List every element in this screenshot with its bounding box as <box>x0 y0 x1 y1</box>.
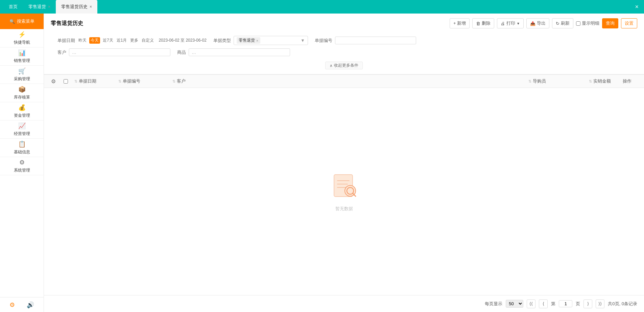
empty-state-text: 暂无数据 <box>335 206 353 212</box>
doc-type-tag-value: 零售退货 <box>239 38 255 43</box>
empty-state-illustration <box>327 171 361 202</box>
show-detail-checkbox-label[interactable]: 显示明细 <box>576 20 599 26</box>
goods-select[interactable]: … <box>189 48 290 56</box>
doc-number-filter: 单据编号 <box>315 37 416 44</box>
doc-type-filter: 单据类型 零售退货 × ▼ <box>213 36 308 45</box>
sidebar-item-basic-info[interactable]: 📋 基础信息 <box>0 139 44 157</box>
sidebar: 🔍 搜索菜单 ⚡ 快捷导航 📊 销售管理 🛒 采购管理 📦 库存核算 💰 <box>0 14 44 312</box>
table-header: ⚙ ⇅ 单据日期 ⇅ 单据编号 ⇅ 客户 ⇅ 导购员 <box>44 74 644 88</box>
setting-button[interactable]: 设置 <box>621 18 637 28</box>
window-close-button[interactable]: × <box>629 3 644 10</box>
export-icon: 📤 <box>530 21 535 26</box>
print-button[interactable]: 🖨 打印 ▼ <box>497 18 524 28</box>
audio-bottom-icon[interactable]: 🔊 <box>27 301 34 309</box>
col-header-customer[interactable]: ⇅ 客户 <box>170 78 526 84</box>
sort-date-icon: ⇅ <box>74 80 77 83</box>
page-title: 零售退货历史 <box>51 20 83 27</box>
export-button[interactable]: 📤 导出 <box>526 18 549 28</box>
sidebar-search[interactable]: 🔍 搜索菜单 <box>0 14 44 29</box>
customer-select[interactable]: … <box>69 48 170 56</box>
tab-retail-return-history[interactable]: 零售退货历史 × <box>56 0 97 14</box>
col-header-number[interactable]: ⇅ 单据编号 <box>116 78 170 84</box>
sidebar-item-system-mgmt-label: 系统管理 <box>14 168 30 173</box>
first-page-button[interactable]: ⟨⟨ <box>527 299 535 308</box>
delete-button[interactable]: 🗑 删除 <box>472 18 494 28</box>
table-settings-icon[interactable]: ⚙ <box>47 78 59 85</box>
doc-type-tag: 零售退货 × <box>237 37 260 44</box>
empty-state: 暂无数据 <box>44 88 644 295</box>
sidebar-item-quick-nav[interactable]: ⚡ 快捷导航 <box>0 29 44 47</box>
sidebar-search-label: 搜索菜单 <box>17 18 34 24</box>
show-detail-label: 显示明细 <box>582 20 599 26</box>
col-header-guide[interactable]: ⇅ 导购员 <box>526 78 573 84</box>
print-label: 打印 <box>506 20 515 26</box>
col-action-label: 操作 <box>623 78 631 84</box>
goods-dotdot: … <box>192 50 196 55</box>
doc-type-label: 单据类型 <box>213 38 231 44</box>
page-number-input[interactable]: 1 <box>559 300 572 307</box>
date-opt-yesterday[interactable]: 昨天 <box>78 37 87 44</box>
refresh-icon: ↻ <box>556 21 559 26</box>
col-number-label: 单据编号 <box>123 78 140 84</box>
search-icon: 🔍 <box>9 19 15 24</box>
sidebar-item-sales-mgmt[interactable]: 📊 销售管理 <box>0 47 44 66</box>
inventory-icon: 📦 <box>18 86 26 93</box>
date-opt-1month[interactable]: 近1月 <box>116 37 128 44</box>
tab-home-label: 首页 <box>9 4 18 10</box>
filter-row-2: 客户 … 商品 … <box>57 48 630 56</box>
tab-retail-return[interactable]: 零售退货 × <box>23 0 56 14</box>
date-opt-custom[interactable]: 自定义 <box>141 37 154 44</box>
doc-type-tag-close[interactable]: × <box>256 39 258 43</box>
date-opt-more[interactable]: 更多 <box>129 37 139 44</box>
last-page-button[interactable]: ⟩⟩ <box>596 299 604 308</box>
sidebar-item-quick-nav-label: 快捷导航 <box>14 40 30 45</box>
table-select-all[interactable] <box>59 79 72 84</box>
per-page-select[interactable]: 10 20 50 100 <box>506 300 523 308</box>
main-content: 零售退货历史 + 新增 🗑 删除 🖨 打印 ▼ 📤 导出 <box>44 14 644 312</box>
quick-nav-icon: ⚡ <box>18 31 26 38</box>
basic-info-icon: 📋 <box>18 140 26 148</box>
collapse-button[interactable]: ∧ 收起更多条件 <box>325 62 363 69</box>
doc-number-label: 单据编号 <box>315 38 332 44</box>
col-header-amount[interactable]: ⇅ 实销金额 <box>573 78 614 84</box>
tab-retail-return-history-close[interactable]: × <box>90 4 92 9</box>
doc-type-select[interactable]: 零售退货 × ▼ <box>234 36 308 45</box>
main-layout: 🔍 搜索菜单 ⚡ 快捷导航 📊 销售管理 🛒 采购管理 📦 库存核算 💰 <box>0 14 644 312</box>
operations-icon: 📈 <box>18 122 26 130</box>
select-all-checkbox[interactable] <box>64 79 68 84</box>
sidebar-item-operations-label: 经营管理 <box>14 131 30 137</box>
date-opt-today[interactable]: 今天 <box>89 37 100 44</box>
sidebar-item-finance[interactable]: 💰 资金管理 <box>0 102 44 120</box>
show-detail-checkbox[interactable] <box>576 21 580 26</box>
tab-bar: 首页 零售退货 × 零售退货历史 × <box>3 0 629 14</box>
col-date-label: 单据日期 <box>79 78 96 84</box>
next-page-button[interactable]: ⟩ <box>583 299 592 308</box>
total-records: 共0页, 0条记录 <box>608 301 637 307</box>
refresh-button[interactable]: ↻ 刷新 <box>552 18 573 28</box>
col-header-date[interactable]: ⇅ 单据日期 <box>72 78 116 84</box>
date-options: 昨天 今天 近7天 近1月 更多 自定义 <box>78 37 154 44</box>
system-mgmt-icon: ⚙ <box>19 159 25 166</box>
sort-guide-icon: ⇅ <box>528 80 531 83</box>
customer-filter: 客户 … <box>57 48 170 56</box>
sidebar-item-operations[interactable]: 📈 经营管理 <box>0 120 44 139</box>
goods-label: 商品 <box>177 49 186 55</box>
date-opt-7days[interactable]: 近7天 <box>102 37 114 44</box>
sort-customer-icon: ⇅ <box>172 80 175 83</box>
finance-icon: 💰 <box>18 104 26 111</box>
page-prefix: 第 <box>551 301 555 307</box>
tab-home[interactable]: 首页 <box>3 0 23 14</box>
settings-bottom-icon[interactable]: ⚙ <box>9 301 15 309</box>
sidebar-item-purchase-mgmt[interactable]: 🛒 采购管理 <box>0 66 44 84</box>
sidebar-item-system-mgmt[interactable]: ⚙ 系统管理 <box>0 157 44 175</box>
print-icon: 🖨 <box>501 21 505 26</box>
tab-retail-return-close[interactable]: × <box>48 4 50 9</box>
delete-icon: 🗑 <box>476 21 480 26</box>
doc-number-input[interactable] <box>335 37 416 44</box>
prev-page-button[interactable]: ⟨ <box>539 299 548 308</box>
query-button[interactable]: 查询 <box>602 18 618 28</box>
new-button[interactable]: + 新增 <box>450 18 470 28</box>
pagination: 每页显示 10 20 50 100 ⟨⟨ ⟨ 第 1 页 ⟩ ⟩⟩ 共0页, 0… <box>44 295 644 312</box>
customer-dotdot: … <box>72 50 76 55</box>
sidebar-item-inventory[interactable]: 📦 库存核算 <box>0 84 44 102</box>
